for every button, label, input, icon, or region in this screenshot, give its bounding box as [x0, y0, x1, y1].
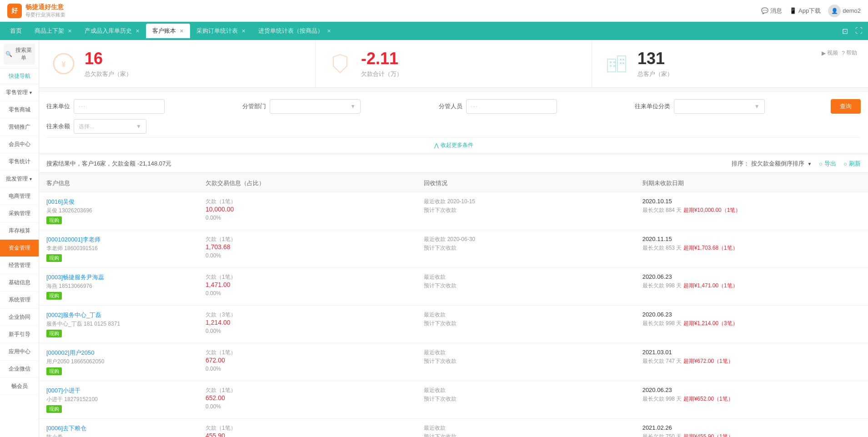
- duedate-cell: 2020.06.23 最长欠款 998 天 超期¥1,471.00（1笔）: [642, 273, 861, 290]
- video-btn[interactable]: ▶ 视频: [822, 49, 838, 57]
- search-menu-btn[interactable]: 🔍 搜索菜单: [4, 44, 35, 65]
- debt-amount[interactable]: 672.00: [206, 357, 424, 364]
- tab-product-history-close[interactable]: ✕: [135, 28, 140, 34]
- tab-customer-account[interactable]: 客户账本 ✕: [146, 24, 190, 38]
- chevron-down-icon-sort: ▼: [807, 161, 812, 166]
- export-btn[interactable]: ○ 导出: [819, 160, 836, 168]
- sidebar-item-batch-mgmt[interactable]: 批发管理 ▼: [0, 171, 39, 188]
- overdue-link[interactable]: 超期¥1,214.00（3笔）: [683, 320, 738, 326]
- tab-purchase-order[interactable]: 采购订单统计表 ✕: [190, 24, 252, 38]
- filter-balance-placeholder: 选择...: [79, 123, 94, 131]
- filter-unit-category-input[interactable]: ▼: [674, 99, 765, 114]
- sidebar-item-system[interactable]: 系统管理: [0, 291, 39, 309]
- overdue-link[interactable]: 超期¥672.00（1笔）: [683, 358, 733, 364]
- next-collect: 预计下次收款: [424, 320, 642, 327]
- collapse-btn[interactable]: ⋀ 收起更多条件: [46, 137, 861, 153]
- customer-name-link[interactable]: [0001020001]李老师: [46, 236, 206, 244]
- sidebar-item-enterprise[interactable]: 企业协同: [0, 309, 39, 326]
- search-btn[interactable]: 查询: [831, 99, 861, 114]
- customer-name-link[interactable]: [0006]去下粮仓: [46, 424, 206, 432]
- logo-icon: 好: [7, 4, 22, 18]
- filter-person-label: 分管人员: [439, 102, 462, 111]
- tab-product-off[interactable]: 商品上下架 ✕: [28, 24, 78, 38]
- avatar: 👤: [828, 5, 841, 17]
- sidebar-item-retail-mgmt[interactable]: 零售管理 ▼: [0, 84, 39, 101]
- stat-info-3: 131 总客户（家）: [637, 49, 814, 78]
- filter-source-unit-input[interactable]: ···: [74, 99, 165, 114]
- filter-person: 分管人员 ···: [439, 99, 627, 114]
- sidebar-item-operation[interactable]: 经营管理: [0, 257, 39, 274]
- customer-name-link[interactable]: [0003]畅捷服务尹海蕊: [46, 273, 206, 281]
- message-btn[interactable]: 💬 消息: [761, 7, 782, 15]
- debt-desc: 欠款（1笔）: [206, 349, 424, 357]
- tab-product-off-close[interactable]: ✕: [68, 28, 72, 34]
- sidebar-item-guide[interactable]: 新手引导: [0, 326, 39, 343]
- tab-stock-stats[interactable]: 进货单统计表（按商品） ✕: [252, 24, 337, 38]
- sidebar-item-member2[interactable]: 畅会员: [0, 378, 39, 395]
- sidebar-nav: 零售管理 ▼ 零售商城 营销推广 会员中心 零售统计 批发管理 ▼: [0, 84, 39, 437]
- overdue-link[interactable]: 超期¥1,703.68（1笔）: [683, 245, 738, 251]
- sidebar-item-member[interactable]: 会员中心: [0, 136, 39, 153]
- overdue-days: 最长欠款 747 天 超期¥672.00（1笔）: [642, 357, 861, 365]
- operation-label: 经营管理: [2, 261, 37, 269]
- tab-customer-account-close[interactable]: ✕: [180, 28, 184, 34]
- help-btn[interactable]: ? 帮助: [842, 49, 857, 57]
- refresh-btn[interactable]: ○ 刷新: [843, 160, 861, 168]
- debt-amount[interactable]: 10,000.00: [206, 206, 424, 213]
- overdue-link[interactable]: 超期¥652.00（1笔）: [683, 396, 733, 402]
- table-row: [0003]畅捷服务尹海蕊 海燕 18513066976 现购 欠款（1笔） 1…: [39, 268, 868, 306]
- customer-tag: 现购: [46, 216, 62, 224]
- debt-amount[interactable]: 1,471.00: [206, 281, 424, 288]
- tab-stock-stats-close[interactable]: ✕: [327, 28, 331, 34]
- customer-name-link[interactable]: [0016]吴俊: [46, 198, 206, 206]
- enterprise-label: 企业协同: [2, 313, 37, 321]
- tab-product-off-label: 商品上下架: [35, 27, 64, 35]
- customer-name-link[interactable]: [000002]用户2050: [46, 349, 206, 357]
- sidebar-item-finance[interactable]: 资金管理: [0, 240, 39, 257]
- sidebar-item-retail-stats[interactable]: 零售统计: [0, 153, 39, 171]
- quick-nav-item[interactable]: 快捷导航: [0, 69, 39, 84]
- customer-name-link[interactable]: [0007]小进干: [46, 387, 206, 395]
- tab-purchase-order-close[interactable]: ✕: [241, 28, 246, 34]
- tab-expand-btn[interactable]: ⛶: [853, 27, 864, 35]
- sidebar-item-retail-mall[interactable]: 零售商城: [0, 101, 39, 119]
- tab-product-history[interactable]: 产成品入库单历史 ✕: [78, 24, 146, 38]
- stat-icon-2: [326, 50, 354, 77]
- filter-person-input[interactable]: ···: [466, 99, 557, 114]
- avatar-icon: 👤: [831, 8, 838, 14]
- sidebar-item-wechat[interactable]: 企业微信: [0, 361, 39, 378]
- sidebar-item-ecommerce[interactable]: 电商管理: [0, 188, 39, 205]
- sort-select[interactable]: 排序： 按欠款金额倒序排序 ▼: [732, 160, 812, 168]
- filter-source-unit-dots: ···: [79, 103, 86, 110]
- sidebar-item-appcenter[interactable]: 应用中心: [0, 343, 39, 361]
- debt-amount[interactable]: 1,703.68: [206, 243, 424, 251]
- tab-home[interactable]: 首页: [4, 24, 28, 38]
- debt-info-cell: 欠款（1笔） 1,471.00 0.00%: [206, 273, 424, 296]
- recover-cell: 最近收款 预计下次收款: [424, 387, 642, 403]
- user-avatar-btn[interactable]: 👤 demo2: [828, 5, 861, 17]
- col-header-debt: 欠款交易信息（占比）: [206, 179, 424, 187]
- recover-cell: 最近收款 预计下次收款: [424, 311, 642, 327]
- tab-restore-btn[interactable]: ⊡: [840, 27, 850, 35]
- debt-amount[interactable]: 1,214.00: [206, 319, 424, 326]
- debt-amount[interactable]: 652.00: [206, 394, 424, 402]
- sidebar-item-basic[interactable]: 基础信息: [0, 274, 39, 291]
- filter-balance-input[interactable]: 选择... ▼: [74, 119, 146, 134]
- sidebar-item-inventory[interactable]: 库存核算: [0, 222, 39, 240]
- overdue-link[interactable]: 超期¥10,000.00（1笔）: [683, 207, 741, 213]
- app-download-btn[interactable]: 📱 App下载: [789, 7, 821, 15]
- overdue-link[interactable]: 超期¥455.90（1笔）: [683, 433, 733, 437]
- tab-bar: 首页 商品上下架 ✕ 产成品入库单历史 ✕ 客户账本 ✕ 采购订单统计表 ✕ 进…: [0, 22, 868, 40]
- debt-amount[interactable]: 455.90: [206, 432, 424, 437]
- sidebar-item-marketing[interactable]: 营销推广: [0, 119, 39, 136]
- app-label: App下载: [798, 7, 821, 15]
- sidebar-item-purchase[interactable]: 采购管理: [0, 205, 39, 222]
- filter-dept-input[interactable]: ▼: [270, 99, 361, 114]
- export-icon: ○: [819, 161, 823, 167]
- customer-name-link[interactable]: [0002]服务中心_丁磊: [46, 311, 206, 319]
- retail-stats-label: 零售统计: [2, 158, 37, 166]
- filter-source-unit-label: 往来单位: [46, 102, 70, 111]
- duedate-cell: 2021.02.26 最长欠款 750 天 超期¥455.90（1笔）: [642, 424, 861, 437]
- overdue-link[interactable]: 超期¥1,471.00（1笔）: [683, 282, 738, 289]
- debt-pct: 0.00%: [206, 328, 424, 334]
